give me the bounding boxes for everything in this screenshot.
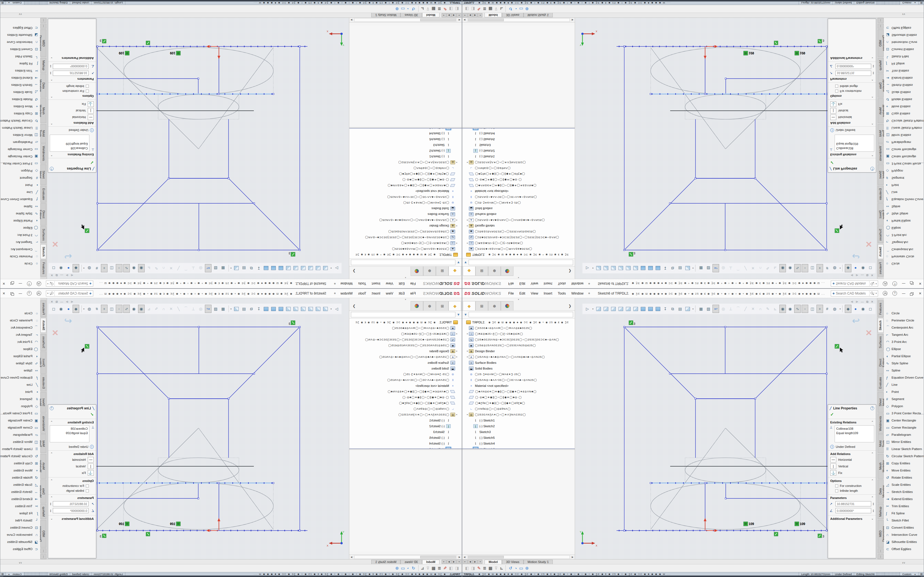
appearance-icon[interactable]: ▤ bbox=[677, 305, 683, 313]
menu-file[interactable]: File bbox=[407, 290, 418, 297]
additional-parameters-header[interactable]: Additional Parameters⌄ bbox=[828, 56, 876, 62]
tree-item-sketch5[interactable]: ⌊(-)Sketch5 bbox=[349, 435, 462, 440]
ok-button[interactable]: ✓ bbox=[48, 160, 96, 165]
commandmanager-tab-sketch[interactable]: Sketch bbox=[41, 318, 47, 333]
ok-button[interactable]: ✓ bbox=[48, 412, 96, 417]
tree-item-design-binder[interactable]: ▸≣Design Binder bbox=[462, 223, 575, 229]
close-button[interactable]: ✕ bbox=[916, 292, 924, 295]
commandmanager-overflow-tab[interactable]: ⋮ bbox=[41, 548, 47, 553]
view-points-icon[interactable]: ◦ bbox=[801, 305, 808, 313]
status-unit-system[interactable]: Custom▲ bbox=[6, 572, 24, 575]
relation-entry[interactable]: Equal length109 bbox=[836, 431, 872, 435]
tool-intersection-curve[interactable]: ∩Intersection Curve bbox=[884, 531, 924, 538]
child-minimize-button[interactable]: — bbox=[60, 273, 63, 277]
tab-motion-study-1[interactable]: Motion Study 1 bbox=[371, 560, 401, 564]
tree-item-solid-bodies[interactable]: ⬓Solid Bodies bbox=[349, 206, 462, 211]
tree-item-garbled[interactable]: ◯♣ΛΝ◎₤∗◯∗◉∥◯∘◯∥◉∗◯∗₤◎ΛΝ♣◯ bbox=[462, 388, 575, 394]
previous-window-icon[interactable]: ⊲ bbox=[71, 300, 73, 304]
menu-tools[interactable]: Tools bbox=[555, 290, 569, 297]
tool-circular-sketch-pattern[interactable]: ↻Circular Sketch Pattern bbox=[884, 117, 924, 124]
hide-show-icon[interactable]: ◉ bbox=[787, 264, 793, 272]
tool-scale-entities[interactable]: ◿Scale Entities bbox=[0, 89, 40, 96]
zoom-timeline-icon[interactable]: ⊾ bbox=[500, 6, 504, 11]
additional-parameters-header[interactable]: Additional Parameters⌄ bbox=[48, 56, 96, 62]
view-planes-icon[interactable]: ◫ bbox=[108, 305, 115, 313]
tab-motion-study-1[interactable]: Motion Study 1 bbox=[523, 13, 553, 17]
display-manager-tab[interactable] bbox=[410, 266, 423, 276]
commandmanager-tab-direct-editing[interactable]: Direct Editing bbox=[878, 203, 884, 226]
tool-segment[interactable]: #Segment bbox=[884, 395, 924, 403]
tool-stretch-entities[interactable]: ↔Stretch Entities bbox=[0, 82, 40, 89]
panel-h-scrollbar[interactable]: ◀▶ bbox=[462, 18, 575, 23]
menu-tools[interactable]: Tools bbox=[555, 281, 569, 287]
view-cube-icon[interactable] bbox=[285, 305, 292, 313]
panel-expand-icon[interactable]: ❯ bbox=[352, 269, 355, 273]
dropdown-arrow-icon[interactable]: ▾ bbox=[691, 305, 695, 313]
play-from-start-icon[interactable]: ◔ bbox=[515, 566, 517, 571]
tool-scale-entities[interactable]: ◿Scale Entities bbox=[884, 481, 924, 488]
tool-perimeter-circle[interactable]: ◌Perimeter Circle bbox=[884, 253, 924, 260]
tool-point[interactable]: ▪Point bbox=[0, 388, 40, 395]
tool-ellipse[interactable]: ◯Ellipse bbox=[884, 224, 924, 232]
save-animation-icon[interactable]: ▭ bbox=[401, 6, 405, 11]
view-cube-icon[interactable] bbox=[322, 305, 329, 313]
checkbox-icon[interactable] bbox=[835, 489, 838, 492]
cancel-sketch-icon[interactable]: ✕ bbox=[52, 239, 58, 249]
view-cube-icon[interactable] bbox=[595, 305, 602, 313]
child-minimize-button[interactable]: — bbox=[60, 300, 63, 304]
section-view-icon[interactable]: ↧ bbox=[255, 264, 262, 272]
scene-icon[interactable]: ◻ bbox=[867, 264, 874, 272]
restore-button[interactable] bbox=[908, 291, 916, 296]
relation-entry[interactable]: Equal length109 bbox=[52, 431, 88, 435]
panel-grip-handle[interactable]: ● bbox=[349, 298, 462, 301]
tree-item-garbled[interactable]: ◯♣Ƹθ₤◯∗◉∥◯∘◯∥◉∗◯₤θƸ♣◯ bbox=[349, 400, 462, 406]
motion-settings-icon[interactable]: ⊛ bbox=[395, 566, 399, 571]
calculate-motion-icon[interactable]: ↺ bbox=[412, 6, 415, 11]
tree-item-sketch2[interactable]: ⌊(-)Sketch2 bbox=[349, 148, 462, 154]
checkbox-icon[interactable] bbox=[835, 484, 838, 487]
zoom-timeline-icon[interactable]: ⊾ bbox=[421, 6, 424, 11]
tool-equation-driven-curve[interactable]: ƒEquation Driven Curve bbox=[0, 196, 40, 203]
tool-spline[interactable]: ∾Spline bbox=[884, 203, 924, 210]
additional-parameters-header[interactable]: Additional Parameters⌄ bbox=[828, 515, 876, 521]
save-animation-icon[interactable]: ▭ bbox=[401, 566, 405, 571]
tool-center-rectangle[interactable]: ▣Center Rectangle bbox=[0, 153, 40, 160]
tree-item-sketch6[interactable]: ⌊(-)Sketch6 bbox=[462, 129, 575, 131]
filter-input[interactable] bbox=[351, 312, 456, 318]
graphics-area[interactable]: 109 109 3 bbox=[47, 18, 349, 279]
previous-window-icon[interactable]: ⊲ bbox=[71, 273, 73, 277]
commandmanager-tab-weldments[interactable]: Weldments bbox=[41, 144, 47, 164]
search-dropdown-arrow[interactable]: ▾ bbox=[874, 282, 878, 285]
tool-circle[interactable]: ○Circle bbox=[884, 309, 924, 317]
dropdown-arrow-icon[interactable]: ▾ bbox=[691, 264, 695, 272]
commandmanager-overflow-tab[interactable]: ⋮ bbox=[41, 24, 47, 29]
motion-settings-icon[interactable]: ⊛ bbox=[525, 566, 529, 571]
add-relations-header[interactable]: Add Relations⌃ bbox=[828, 450, 876, 456]
tool-point[interactable]: ▪Point bbox=[884, 182, 924, 189]
tool-perimeter-circle[interactable]: ◌Perimeter Circle bbox=[884, 317, 924, 324]
tool-point[interactable]: ▪Point bbox=[0, 182, 40, 189]
view-cube-icon[interactable] bbox=[307, 305, 314, 313]
tree-item-garbled[interactable]: ◯·◎♣◯∗◉∥◯∘◯∥◉∗◯♣◎·◯ bbox=[462, 177, 575, 183]
shaded-view-icon[interactable] bbox=[278, 305, 284, 313]
checkbox-icon[interactable] bbox=[835, 90, 838, 93]
existing-relations-header[interactable]: Existing Relations⌃ bbox=[48, 152, 96, 158]
menu-insert[interactable]: Insert bbox=[369, 290, 383, 297]
search-icon[interactable] bbox=[869, 291, 874, 296]
pin-icon[interactable]: ∗ bbox=[588, 282, 592, 286]
search-dropdown-arrow[interactable]: ▾ bbox=[874, 292, 878, 295]
tab-3d-views[interactable]: 3D Views bbox=[401, 13, 422, 17]
tool-rotate-entities[interactable]: ↺Rotate Entities bbox=[0, 474, 40, 481]
tool-sketch-fillet[interactable]: ╰Sketch Fillet bbox=[884, 53, 924, 60]
tree-item-sketch6[interactable]: ⌊(-)Sketch6 bbox=[462, 446, 575, 448]
tool-extend-entities[interactable]: ⇥Extend Entities bbox=[0, 495, 40, 503]
tree-item-sketch3[interactable]: ⌊Sketch3 bbox=[349, 142, 462, 148]
child-minimize-button[interactable]: — bbox=[861, 273, 864, 277]
tool-rotate-entities[interactable]: ↺Rotate Entities bbox=[884, 96, 924, 103]
tool-intersection-curve[interactable]: ∩Intersection Curve bbox=[0, 39, 40, 46]
shaded-view-icon[interactable] bbox=[278, 264, 284, 272]
tree-item-t-pdl2-[interactable]: TЯPDL2.◉ ƷЄ ◉ Ш ◉ ◉ ◉ ♣ ◉ ƆC ◉ ƷЄ ◉ + ◉ … bbox=[349, 319, 462, 325]
tab-3d-views[interactable]: 3D Views bbox=[502, 560, 523, 564]
featuremanager-design-tree-tab[interactable]: ◆ bbox=[449, 266, 461, 276]
status-unit-system[interactable]: Custom▲ bbox=[6, 2, 24, 5]
